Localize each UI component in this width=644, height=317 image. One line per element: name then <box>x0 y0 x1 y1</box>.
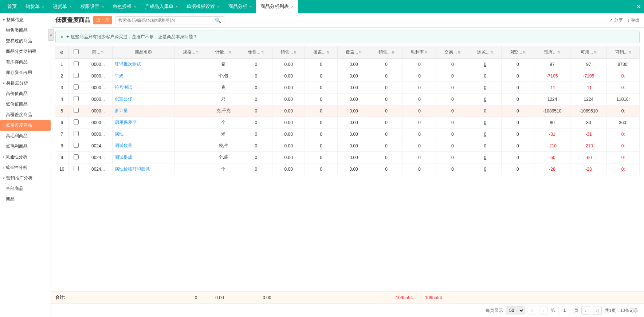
th-saleable[interactable]: 可销...⇅ <box>607 46 640 59</box>
row-checkbox[interactable] <box>68 152 84 163</box>
th-gross-margin[interactable]: 毛利率⇅ <box>402 46 436 59</box>
prev-page-button[interactable]: ‹ <box>539 306 548 315</box>
first-page-button[interactable]: K <box>527 306 536 315</box>
row-checkbox[interactable] <box>68 117 84 128</box>
sidebar-item-high-margin[interactable]: 高毛利商品 <box>0 131 51 141</box>
sidebar-item-high-value[interactable]: 高价值商品 <box>0 88 51 99</box>
row-browse1[interactable]: 0 <box>469 140 501 152</box>
last-page-button[interactable]: ›| <box>593 306 602 315</box>
th-current-stock[interactable]: 现有...⇅ <box>534 46 570 59</box>
export-button[interactable]: ↓ 导出 <box>627 17 640 23</box>
nav-tab-permissions[interactable]: 权限设置 × <box>76 0 108 13</box>
sidebar-item-sales-goods[interactable]: 销售类商品 <box>0 25 51 36</box>
th-sales-other[interactable]: 销售...⇅ <box>370 46 402 59</box>
share-button[interactable]: ↗ 分享 <box>609 17 623 23</box>
per-page-select[interactable]: 50 10 20 100 <box>506 306 525 314</box>
row-name[interactable]: 测试数量 <box>112 140 174 152</box>
row-browse1[interactable]: 0 <box>469 94 501 105</box>
th-sales-qty[interactable]: 销售...⇅ <box>240 46 272 59</box>
sidebar-section-cluster[interactable]: ▾ 类群度分析 <box>0 78 51 88</box>
row-select-checkbox[interactable] <box>74 131 79 136</box>
row-browse1[interactable]: 0 <box>469 59 501 70</box>
th-unit[interactable]: 计量...⇅ <box>207 46 240 59</box>
row-browse1[interactable]: 0 <box>469 128 501 140</box>
th-spec[interactable]: 规格...⇅ <box>174 46 207 59</box>
row-select-checkbox[interactable] <box>74 119 79 124</box>
sidebar-item-traded-goods[interactable]: 交易过的商品 <box>0 36 51 46</box>
th-browse2[interactable]: 浏览...⇅ <box>502 46 534 59</box>
next-page-button[interactable]: › <box>581 306 590 315</box>
close-icon[interactable]: × <box>291 4 293 9</box>
nav-tab-template[interactable]: 单据模板设置 × <box>182 0 224 13</box>
row-select-checkbox[interactable] <box>74 166 79 171</box>
close-icon[interactable]: × <box>102 4 104 9</box>
row-checkbox[interactable] <box>68 128 84 140</box>
row-browse1[interactable]: 0 <box>469 105 501 117</box>
row-select-checkbox[interactable] <box>74 143 79 148</box>
nav-tab-purchase[interactable]: 进货单 × <box>48 0 76 13</box>
sidebar-item-all-goods[interactable]: 全部商品 <box>0 183 51 194</box>
th-available-stock[interactable]: 可用...⇅ <box>570 46 607 59</box>
th-code[interactable]: 商...⇅ <box>84 46 112 59</box>
search-input[interactable] <box>118 18 215 23</box>
row-name[interactable]: 属性 <box>112 128 174 140</box>
row-select-checkbox[interactable] <box>74 154 79 159</box>
close-icon[interactable]: × <box>217 4 219 9</box>
row-select-checkbox[interactable] <box>74 61 79 66</box>
sidebar-item-low-margin[interactable]: 低毛利商品 <box>0 141 51 152</box>
row-select-checkbox[interactable] <box>74 73 79 78</box>
nav-tab-roles[interactable]: 角色授权 × <box>108 0 140 13</box>
row-checkbox[interactable] <box>68 140 84 152</box>
sidebar-section-growth[interactable]: › 成长性分析 <box>0 162 51 173</box>
row-browse1[interactable]: 0 <box>469 117 501 128</box>
th-transaction[interactable]: 交易...⇅ <box>436 46 469 59</box>
row-select-checkbox[interactable] <box>74 96 79 101</box>
close-icon[interactable]: × <box>69 4 71 9</box>
row-name[interactable]: 启用保质期 <box>112 117 174 128</box>
nav-tab-sales[interactable]: 销货单 × <box>21 0 48 13</box>
row-select-checkbox[interactable] <box>74 108 79 113</box>
sidebar-item-low-coverage[interactable]: 低覆盖度商品 <box>0 120 51 131</box>
nav-tab-analysis[interactable]: 商品分析 × <box>224 0 256 13</box>
th-settings[interactable]: ⚙ <box>55 46 68 59</box>
row-name[interactable]: 测试提成 <box>112 152 174 163</box>
row-checkbox[interactable] <box>68 82 84 94</box>
row-name[interactable]: 属性价格打印测试 <box>112 163 174 175</box>
close-icon[interactable]: × <box>176 4 178 9</box>
row-name[interactable]: 符号测试 <box>112 82 174 94</box>
th-name[interactable]: 商品名称 <box>112 46 174 59</box>
row-name[interactable]: 旺辅批次测试 <box>112 59 174 70</box>
close-icon[interactable]: × <box>42 4 44 9</box>
row-name[interactable]: 牛奶 <box>112 70 174 82</box>
sidebar-item-stock-capital[interactable]: 库存资金占用 <box>0 67 51 78</box>
row-name[interactable]: 眠宝公仔 <box>112 94 174 105</box>
row-browse1[interactable]: 0 <box>469 152 501 163</box>
sidebar-collapse-button[interactable]: « <box>48 29 54 41</box>
row-select-checkbox[interactable] <box>74 84 79 90</box>
sidebar-item-low-value[interactable]: 低价值商品 <box>0 99 51 110</box>
nav-tab-analysis-list[interactable]: 商品分析列表 × <box>256 0 298 13</box>
close-icon[interactable]: × <box>250 4 252 9</box>
sidebar-item-high-coverage[interactable]: 高覆盖度商品 <box>0 110 51 120</box>
nav-tab-home[interactable]: 首页 <box>3 0 21 13</box>
select-all-checkbox[interactable] <box>74 49 79 54</box>
row-browse1[interactable]: 0 <box>469 70 501 82</box>
row-checkbox[interactable] <box>68 70 84 82</box>
date-filter-button[interactable]: 近一月 <box>93 16 112 24</box>
row-checkbox[interactable] <box>68 105 84 117</box>
row-browse1[interactable]: 0 <box>469 163 501 175</box>
sidebar-section-marketing[interactable]: ▾ 营销推广分析 <box>0 173 51 183</box>
th-sales-amount[interactable]: 销售...⇅ <box>272 46 305 59</box>
row-browse1[interactable]: 0 <box>469 82 501 94</box>
th-browse1[interactable]: 浏览...⇅ <box>469 46 501 59</box>
th-coverage1[interactable]: 覆盖...⇅ <box>305 46 337 59</box>
sidebar-section-circulation[interactable]: › 流通性分析 <box>0 152 51 162</box>
sidebar-item-new-goods[interactable]: 新品 <box>0 194 51 205</box>
close-icon[interactable]: × <box>134 4 136 9</box>
sidebar-item-in-stock[interactable]: 有库存商品 <box>0 57 51 67</box>
page-number-input[interactable] <box>558 307 571 314</box>
sidebar-section-overall[interactable]: ▾ 整体信息 <box>0 15 51 25</box>
sidebar-item-category-rate[interactable]: 商品分类动销率 <box>0 46 51 57</box>
th-coverage2[interactable]: 覆盖...⇅ <box>337 46 370 59</box>
window-close-button[interactable]: ✕ <box>636 3 641 10</box>
